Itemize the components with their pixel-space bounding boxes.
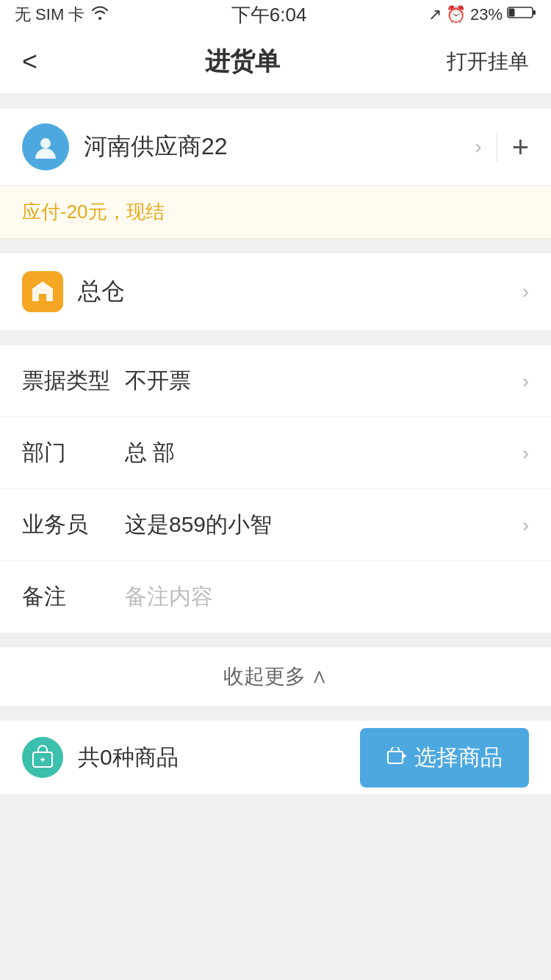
open-pending-button[interactable]: 打开挂单 <box>447 48 529 76</box>
warehouse-chevron-icon: › <box>522 280 529 303</box>
collapse-label: 收起更多 ∧ <box>223 663 328 691</box>
salesperson-row[interactable]: 业务员 这是859的小智 › <box>0 489 551 561</box>
warehouse-icon <box>22 271 63 312</box>
department-value: 总 部 <box>125 438 522 468</box>
product-count-text: 共0种商品 <box>78 743 360 773</box>
battery-text: 23% <box>470 5 503 24</box>
notice-bar: 应付-20元，现结 <box>0 186 551 239</box>
form-section: 票据类型 不开票 › 部门 总 部 › 业务员 这是859的小智 › 备注 备注… <box>0 345 551 633</box>
nav-bar: < 进货单 打开挂单 <box>0 29 551 94</box>
select-product-label: 选择商品 <box>414 743 503 773</box>
bottom-area <box>0 794 551 980</box>
svg-rect-6 <box>388 752 403 763</box>
wifi-icon <box>90 5 109 24</box>
svg-point-3 <box>40 138 51 148</box>
collapse-bar[interactable]: 收起更多 ∧ <box>0 647 551 706</box>
salesperson-label: 业务员 <box>22 510 125 540</box>
carrier-text: 无 SIM 卡 <box>15 4 84 26</box>
invoice-type-value: 不开票 <box>125 366 522 396</box>
invoice-type-row[interactable]: 票据类型 不开票 › <box>0 345 551 417</box>
invoice-chevron-icon: › <box>522 370 529 393</box>
supplier-chevron-icon: › <box>475 135 481 159</box>
remark-row[interactable]: 备注 备注内容 <box>0 561 551 633</box>
supplier-row[interactable]: 河南供应商22 › + <box>0 109 551 186</box>
department-chevron-icon: › <box>522 442 529 465</box>
status-bar: 无 SIM 卡 下午6:04 ↗ ⏰ 23% <box>0 0 551 29</box>
section-gap-1 <box>0 94 551 109</box>
remark-label: 备注 <box>22 582 125 612</box>
salesperson-chevron-icon: › <box>522 514 529 537</box>
warehouse-name: 总仓 <box>78 275 522 308</box>
supplier-divider <box>497 132 497 162</box>
salesperson-value: 这是859的小智 <box>125 510 522 540</box>
select-product-button[interactable]: 选择商品 <box>360 728 529 788</box>
notice-text: 应付-20元，现结 <box>22 201 165 223</box>
battery-icon <box>507 5 536 24</box>
page-title: 进货单 <box>205 45 280 79</box>
department-row[interactable]: 部门 总 部 › <box>0 417 551 489</box>
location-icon: ↗ <box>428 5 442 24</box>
alarm-icon: ⏰ <box>446 5 466 24</box>
svg-rect-1 <box>533 10 536 15</box>
svg-rect-2 <box>509 9 515 17</box>
supplier-name: 河南供应商22 <box>84 131 475 163</box>
back-button[interactable]: < <box>22 46 37 77</box>
department-label: 部门 <box>22 438 125 468</box>
warehouse-row[interactable]: 总仓 › <box>0 253 551 331</box>
status-time: 下午6:04 <box>231 2 307 28</box>
status-left: 无 SIM 卡 <box>15 4 109 26</box>
bottom-bar: 共0种商品 选择商品 <box>0 721 551 794</box>
supplier-section: 河南供应商22 › + 应付-20元，现结 <box>0 109 551 239</box>
svg-rect-4 <box>39 294 46 301</box>
supplier-avatar <box>22 123 69 170</box>
status-right: ↗ ⏰ 23% <box>428 5 536 24</box>
product-icon <box>22 737 63 778</box>
add-supplier-button[interactable]: + <box>512 131 529 164</box>
remark-input[interactable]: 备注内容 <box>125 582 529 612</box>
invoice-type-label: 票据类型 <box>22 366 125 396</box>
